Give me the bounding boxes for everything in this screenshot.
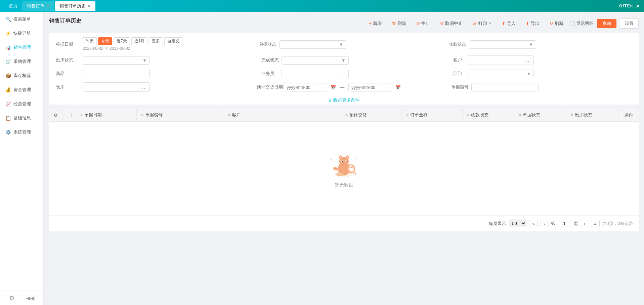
svg-point-9: [342, 161, 343, 162]
voucher-status-control: ▼: [279, 40, 442, 49]
display-cols-checkbox[interactable]: [570, 21, 575, 26]
header-checkbox[interactable]: [67, 113, 72, 117]
delivery-date-start[interactable]: [284, 83, 327, 91]
date-btn-last1month[interactable]: 近1月: [131, 37, 148, 45]
new-button[interactable]: + 新增: [366, 19, 385, 28]
complete-status-select[interactable]: ▼: [282, 56, 349, 65]
date-btn-yesterday[interactable]: 昨天: [83, 37, 97, 45]
th-customer: ⇅ 客户: [223, 109, 341, 121]
settings-button[interactable]: 设置: [620, 18, 639, 29]
sidebar-item-system[interactable]: ⚙️ 系统管理: [0, 125, 43, 139]
sidebar-item-search-menu[interactable]: 🔍 搜索菜单: [0, 12, 43, 26]
th-settings[interactable]: ⚙: [49, 109, 62, 121]
next-page-button[interactable]: ›: [581, 220, 588, 227]
date-btn-today[interactable]: 今天: [98, 37, 112, 45]
calendar-icon-end[interactable]: 📅: [395, 85, 401, 90]
prev-page-button[interactable]: ‹: [541, 220, 548, 227]
query-button[interactable]: 查询: [597, 19, 616, 28]
data-table: ⚙ ⇅ 单据日期 ⇅ 单据编号 ⇅ 客户 ⇅: [49, 109, 639, 215]
date-btn-more[interactable]: 更多: [149, 37, 163, 45]
table-header: ⚙ ⇅ 单据日期 ⇅ 单据编号 ⇅ 客户 ⇅: [49, 109, 639, 122]
collapse-bar[interactable]: ∧ 收起更多条件: [56, 96, 632, 103]
calendar-icon-start[interactable]: 📅: [331, 85, 336, 90]
tab-home[interactable]: 首页: [4, 3, 22, 9]
th-checkbox[interactable]: [62, 109, 76, 121]
warehouse-ellipsis-btn[interactable]: …: [139, 84, 147, 90]
payment-status-control: ▼: [469, 40, 632, 49]
th-doc-sort-icon[interactable]: ⇅: [518, 113, 521, 117]
date-btn-last7[interactable]: 近7天: [114, 37, 130, 45]
delivery-date-control: 📅 — 📅: [284, 83, 444, 91]
th-delivery-sort-icon[interactable]: ⇅: [345, 113, 348, 117]
tab-sales-order-close[interactable]: ✕: [46, 4, 49, 8]
sidebar-collapse-icon[interactable]: ◀◀: [26, 295, 34, 301]
voucher-status-label: 单据状态: [259, 41, 279, 47]
last-page-button[interactable]: »: [591, 220, 599, 227]
goods-control: …: [83, 69, 248, 78]
tab-sales-order[interactable]: 销售订单 ✕: [22, 1, 54, 11]
purchase-mgmt-icon: 🛒: [5, 59, 11, 64]
display-cols-toggle[interactable]: 显示明细: [570, 21, 594, 27]
settings-gear-icon[interactable]: ⚙: [54, 113, 58, 118]
sidebar-item-purchase-mgmt[interactable]: 🛒 采购管理: [0, 54, 43, 69]
tab-sales-order-history[interactable]: 销售订单历史 ✕: [55, 1, 95, 11]
salesperson-label: 业务员: [261, 71, 282, 77]
cancel-stop-button[interactable]: ⊘ 取消中止: [437, 19, 466, 28]
customer-ellipsis-btn[interactable]: …: [523, 57, 531, 63]
complete-status-label: 完成状态: [261, 57, 282, 63]
filter-row-3: 商品 … 业务员 … 部门: [56, 69, 632, 78]
sidebar-item-sales-mgmt[interactable]: 📊 销售管理: [0, 40, 43, 54]
th-date-sort-icon[interactable]: ⇅: [80, 113, 83, 117]
page-number-input[interactable]: [558, 220, 571, 227]
dept-label: 部门: [453, 71, 467, 77]
finance-icon: 💰: [5, 87, 11, 92]
sidebar-bottom: ⚙ ◀◀: [0, 291, 43, 305]
dept-control: ▼: [467, 70, 632, 78]
delete-button[interactable]: 🗑 删除: [388, 19, 410, 28]
stop-button[interactable]: ⊘ 中止: [413, 19, 433, 28]
filter-row-4: 仓库 … 预计交货日期 📅 — 📅 单据编号: [56, 82, 632, 92]
dept-select[interactable]: ▼: [467, 70, 534, 78]
svg-point-10: [345, 161, 346, 162]
th-order-sort-icon[interactable]: ⇅: [141, 113, 144, 117]
goods-label: 商品: [56, 71, 83, 77]
refresh-button[interactable]: ↻ 刷新: [546, 19, 567, 28]
voucher-status-arrow: ▼: [339, 42, 343, 47]
per-page-select[interactable]: 50 20 100: [509, 220, 526, 227]
plus-icon: +: [369, 21, 372, 26]
th-payment-sort-icon[interactable]: ⇅: [467, 113, 470, 117]
svg-point-11: [343, 163, 345, 164]
salesperson-ellipsis-btn[interactable]: …: [338, 71, 346, 77]
goods-ellipsis-btn[interactable]: …: [139, 71, 147, 77]
date-filter-control: 昨天 今天 近7天 近1月 更多 自定义 2023-06-02 至 2023-0…: [83, 37, 246, 51]
svg-point-6: [346, 156, 348, 159]
sidebar-item-quick-nav[interactable]: ⚡ 快捷导航: [0, 26, 43, 40]
sidebar-item-inventory[interactable]: 📦 库存核算: [0, 69, 43, 83]
first-page-button[interactable]: «: [529, 220, 538, 227]
th-out-sort-icon[interactable]: ⇅: [570, 113, 573, 117]
voucher-status-select[interactable]: ▼: [279, 40, 346, 49]
export-icon: ⬇: [526, 21, 529, 26]
sidebar-item-finance[interactable]: 💰 资金管理: [0, 83, 43, 97]
empty-text: 暂无数据: [335, 182, 353, 188]
date-btn-custom[interactable]: 自定义: [164, 37, 182, 45]
operations-icon: 📈: [5, 101, 11, 107]
sidebar-item-basic-info[interactable]: 📋 基础信息: [0, 111, 43, 125]
print-button[interactable]: 🖨 打印 ▼: [469, 19, 495, 28]
inventory-icon: 📦: [5, 73, 11, 78]
th-date: ⇅ 单据日期: [76, 109, 137, 121]
tab-sales-order-history-close[interactable]: ✕: [88, 4, 91, 8]
payment-status-select[interactable]: ▼: [469, 40, 536, 49]
sidebar-settings-icon[interactable]: ⚙: [9, 294, 14, 302]
out-status-select[interactable]: ▼: [83, 56, 150, 65]
th-amount-sort-icon[interactable]: ⇅: [406, 113, 409, 117]
export-button[interactable]: ⬇ 导出: [522, 19, 543, 28]
voucher-no-control: [471, 83, 632, 91]
th-actions: 操作: [618, 109, 639, 121]
delivery-date-end[interactable]: [348, 83, 392, 91]
import-button[interactable]: ⬆ 导入: [499, 19, 519, 28]
app-close-button[interactable]: ✕: [636, 3, 640, 9]
th-customer-sort-icon[interactable]: ⇅: [227, 113, 230, 117]
voucher-no-input[interactable]: [471, 83, 539, 91]
sidebar-item-operations[interactable]: 📈 经营管理: [0, 97, 43, 111]
